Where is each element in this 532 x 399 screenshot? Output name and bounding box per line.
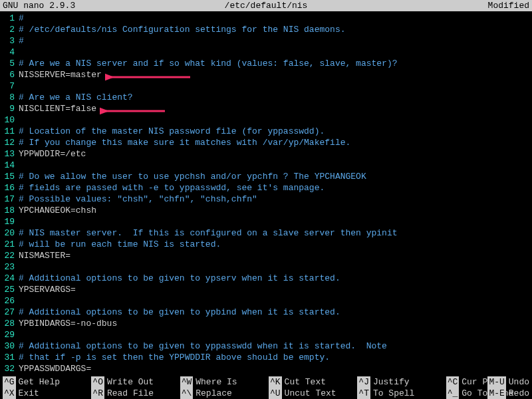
editor-line[interactable]: 19 [0,216,532,227]
shortcut-key: ^C [446,376,460,388]
editor-line[interactable]: 27# Additional options to be given to yp… [0,307,532,318]
shortcut-label: Read File [107,388,154,399]
editor-line[interactable]: 32YPPASSWDDARGS= [0,363,532,374]
editor-line[interactable]: 4 [0,47,532,58]
shortcut-label: Cut Text [285,376,326,388]
line-number: 17 [0,194,19,205]
line-number: 28 [0,318,19,329]
editor-line[interactable]: 22NISMASTER= [0,250,532,261]
line-number: 31 [0,352,19,363]
line-number: 14 [0,160,19,171]
editor-line[interactable]: 12# If you change this make sure it matc… [0,137,532,148]
line-number: 20 [0,227,19,239]
editor-line[interactable]: 8# Are we a NIS client? [0,92,532,103]
editor-line[interactable]: 5# Are we a NIS server and if so what ki… [0,58,532,69]
shortcut-item: ^OWrite Out [91,376,174,388]
shortcut-key: ^_ [446,388,460,399]
modified-indicator: Modified [488,0,529,11]
editor-line[interactable]: 9NISCLIENT=false [0,103,532,114]
shortcut-key: ^X [3,388,16,399]
line-number: 30 [0,340,19,352]
line-text: # fields are passed with -e to yppasswdd… [19,182,325,194]
line-number: 25 [0,284,19,295]
label-redo: Redo [509,388,529,399]
editor-line[interactable]: 24# Additional options to be given to yp… [0,273,532,284]
shortcut-label: Uncut Text [285,388,336,399]
line-text: NISSERVER=master [19,69,102,80]
editor-line[interactable]: 7 [0,80,532,92]
file-path: /etc/default/nis [0,0,532,11]
line-number: 11 [0,126,19,137]
editor-line[interactable]: 15# Do we allow the user to use ypchsh a… [0,171,532,182]
shortcut-key: ^K [269,376,282,388]
editor-line[interactable]: 6NISSERVER=master [0,69,532,80]
line-number: 1 [0,13,19,24]
shortcut-key: ^U [269,388,282,399]
editor-line[interactable]: 13YPPWDDIR=/etc [0,148,532,160]
editor-line[interactable]: 2# /etc/defaults/nis Configuration setti… [0,24,532,35]
line-number: 15 [0,171,19,182]
editor-line[interactable]: 17# Possible values: "chsh", "chfn", "ch… [0,194,532,205]
line-number: 9 [0,103,19,114]
shortcut-label: Justify [373,376,410,388]
shortcut-key: ^\ [180,388,194,399]
editor-line[interactable]: 14 [0,160,532,171]
line-text: # NIS master server. If this is configur… [19,227,398,239]
title-bar: GNU nano 2.9.3 /etc/default/nis Modified [0,0,532,11]
line-number: 6 [0,69,19,80]
editor-line[interactable]: 3# [0,35,532,47]
line-text: # [19,13,24,24]
editor-line[interactable]: 23 [0,261,532,273]
line-text: YPBINDARGS=-no-dbus [19,318,117,329]
editor-area[interactable]: 1#2# /etc/defaults/nis Configuration set… [0,11,532,374]
shortcut-label: Get Help [19,376,60,388]
shortcut-key: ^J [357,376,370,388]
line-text: YPSERVARGS= [19,284,76,295]
shortcut-item: ^KCut Text [269,376,352,388]
editor-line[interactable]: 30# Additional options to be given to yp… [0,340,532,352]
shortcut-label: Replace [196,388,232,399]
editor-line[interactable]: 18YPCHANGEOK=chsh [0,205,532,216]
line-number: 3 [0,35,19,47]
editor-line[interactable]: 10 [0,114,532,126]
editor-line[interactable]: 31# that if -p is set then the YPPWDDIR … [0,352,532,363]
editor-line[interactable]: 16# fields are passed with -e to yppassw… [0,182,532,194]
line-number: 23 [0,261,19,273]
editor-line[interactable]: 26 [0,295,532,307]
line-text: # Are we a NIS client? [19,92,133,103]
shortcut-extra: M-U Undo [487,376,529,388]
shortcut-item: ^\Replace [180,388,263,399]
line-text: # that if -p is set then the YPPWDDIR ab… [19,352,330,363]
shortcut-key: ^G [3,376,16,388]
shortcut-item: ^TTo Spell [357,388,440,399]
line-text: YPCHANGEOK=chsh [19,205,96,216]
line-number: 21 [0,239,19,250]
editor-line[interactable]: 21# will be run each time NIS is started… [0,239,532,250]
line-number: 22 [0,250,19,261]
editor-line[interactable]: 29 [0,329,532,340]
line-text: YPPASSWDDARGS= [19,363,91,374]
shortcut-key: ^R [91,388,104,399]
line-text: # Location of the master NIS password fi… [19,126,325,137]
line-text: YPPWDDIR=/etc [19,148,86,160]
line-number: 2 [0,24,19,35]
line-number: 4 [0,47,19,58]
editor-line[interactable]: 11# Location of the master NIS password … [0,126,532,137]
line-number: 27 [0,307,19,318]
line-number: 8 [0,92,19,103]
line-text: # Additional options to be given to yppa… [19,340,387,352]
shortcut-key: ^T [357,388,370,399]
shortcut-label: Exit [19,388,39,399]
editor-line[interactable]: 1# [0,13,532,24]
editor-line[interactable]: 28YPBINDARGS=-no-dbus [0,318,532,329]
shortcut-extra: M-E Redo [487,388,529,399]
editor-line[interactable]: 25YPSERVARGS= [0,284,532,295]
shortcut-key: ^W [180,376,194,388]
line-text: # Additional options to be given to ypse… [19,273,340,284]
shortcut-item: ^RRead File [91,388,174,399]
line-number: 24 [0,273,19,284]
line-text: # Additional options to be given to ypbi… [19,307,340,318]
shortcut-label: To Spell [373,388,414,399]
editor-line[interactable]: 20# NIS master server. If this is config… [0,227,532,239]
line-number: 10 [0,114,19,126]
